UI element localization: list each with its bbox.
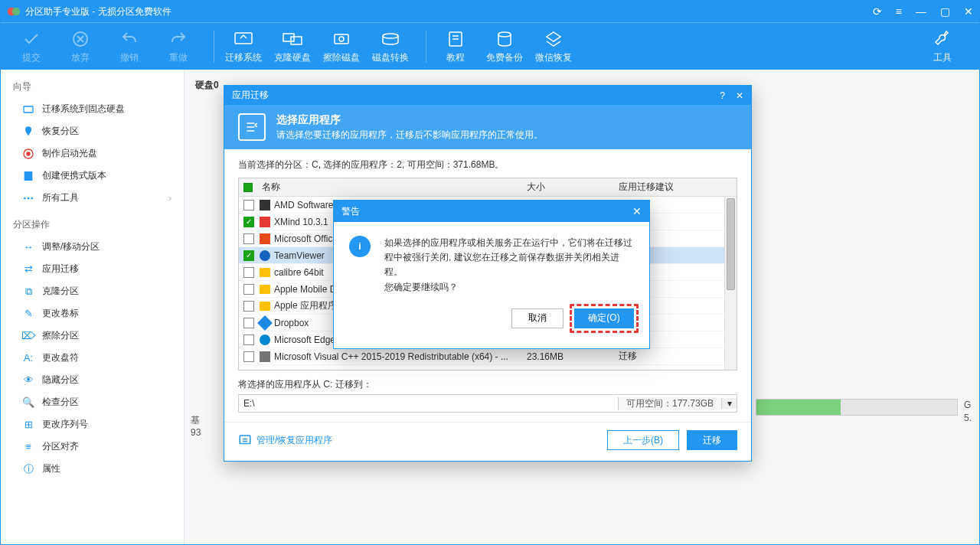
sidebar-ops-item[interactable]: ⇄应用迁移 [1, 258, 184, 280]
app-icon [259, 216, 271, 228]
app-title: 分区助手专业版 - 无损分区免费软件 [25, 5, 172, 18]
sidebar-item-label: 检查分区 [42, 396, 79, 409]
row-checkbox[interactable]: ✓ [243, 250, 254, 261]
warning-dialog: 警告 ✕ i 如果选择的应用程序或相关服务正在运行中，它们将在迁移过程中被强行关… [333, 200, 650, 349]
sidebar-item-label: 分区对齐 [42, 440, 79, 453]
discard-button[interactable]: 放弃 [59, 28, 102, 64]
redo-button[interactable]: 重做 [157, 28, 200, 64]
sidebar-wizard-item[interactable]: 制作启动光盘 [1, 142, 184, 165]
row-checkbox[interactable] [243, 301, 254, 312]
partition-bar-bg [756, 399, 958, 416]
sidebar-wizard-item[interactable]: 创建便携式版本 [1, 165, 184, 187]
sidebar-item-label: 更改卷标 [42, 307, 79, 320]
col-name[interactable]: 名称 [257, 181, 522, 194]
row-recom: 迁移 [619, 350, 737, 363]
free-backup-button[interactable]: 免费备份 [483, 28, 526, 64]
svg-rect-11 [24, 106, 33, 113]
sidebar-wizard-item[interactable]: 恢复分区 [1, 120, 184, 142]
dest-label: 将选择的应用程序从 C: 迁移到： [238, 378, 737, 391]
clone-disk-button[interactable]: 克隆硬盘 [271, 28, 314, 64]
row-size: 23.16MB [527, 351, 619, 362]
app-icon [259, 300, 271, 312]
sidebar-ops-item[interactable]: 👁隐藏分区 [1, 369, 184, 391]
sidebar-ops-item[interactable]: ⊞更改序列号 [1, 413, 184, 436]
minimize-icon[interactable]: — [916, 5, 926, 18]
manage-link[interactable]: 管理/恢复应用程序 [238, 433, 332, 447]
svg-point-13 [27, 152, 30, 155]
migrate-button[interactable]: 迁移 [687, 430, 737, 450]
dialog-banner: 选择应用程序 请选择您要迁移的应用程序，迁移后不影响应用程序的正常使用。 [224, 105, 751, 149]
dest-free: 可用空间：177.73GB [618, 397, 721, 410]
app-icon [259, 266, 271, 279]
sidebar-ops-item[interactable]: ⓘ属性 [1, 458, 184, 480]
menu-icon[interactable]: ≡ [896, 5, 902, 18]
dialog-help-icon[interactable]: ? [720, 90, 725, 101]
sidebar-item-label: 更改序列号 [42, 418, 88, 431]
row-checkbox[interactable]: ✓ [243, 217, 254, 227]
sidebar-item-icon: 👁 [22, 374, 34, 387]
app-icon [259, 199, 271, 211]
row-checkbox[interactable] [243, 351, 254, 362]
dest-select[interactable]: E:\ 可用空间：177.73GB ▾ [238, 394, 737, 413]
sidebar-ops-item[interactable]: ⧉克隆分区 [1, 280, 184, 302]
sidebar-wizard-header: 向导 [1, 76, 184, 98]
close-icon[interactable]: ✕ [964, 5, 973, 18]
refresh-icon[interactable]: ⟳ [873, 5, 882, 18]
svg-point-7 [339, 37, 344, 41]
dialog-close-icon[interactable]: ✕ [736, 90, 743, 101]
submit-button[interactable]: 提交 [10, 28, 53, 64]
svg-rect-5 [291, 37, 302, 44]
sidebar-item-icon [22, 170, 34, 182]
row-checkbox[interactable] [243, 318, 254, 328]
col-check-all[interactable] [239, 183, 257, 192]
sidebar-item-label: 属性 [42, 462, 60, 475]
table-scrollbar[interactable] [724, 197, 737, 370]
sidebar-item-icon: A: [22, 352, 34, 364]
undo-button[interactable]: 撤销 [108, 28, 151, 64]
sidebar-ops-item[interactable]: 🔍检查分区 [1, 391, 184, 413]
titlebar: 分区助手专业版 - 无损分区免费软件 ⟳ ≡ — ▢ ✕ [1, 1, 979, 22]
row-checkbox[interactable] [243, 335, 254, 345]
row-checkbox[interactable] [243, 200, 254, 210]
wechat-recover-button[interactable]: 微信恢复 [532, 28, 575, 64]
sidebar: 向导 迁移系统到固态硬盘恢复分区制作启动光盘创建便携式版本所有工具› 分区操作 … [1, 70, 185, 544]
sidebar-ops-item[interactable]: A:更改盘符 [1, 347, 184, 369]
sidebar-wizard-item[interactable]: 所有工具› [1, 187, 184, 209]
migrate-sys-button[interactable]: 迁移系统 [222, 28, 265, 64]
maximize-icon[interactable]: ▢ [940, 5, 950, 18]
table-row[interactable]: Microsoft Visual C++ 2015-2019 Redistrib… [239, 348, 737, 365]
cancel-button[interactable]: 取消 [511, 308, 564, 328]
ok-button[interactable]: 确定(O) [574, 308, 634, 328]
row-checkbox[interactable] [243, 267, 254, 278]
partition-info-right: G5. [964, 399, 972, 425]
tools-button[interactable]: 工具 [921, 28, 964, 64]
sidebar-ops-item[interactable]: ≡分区对齐 [1, 436, 184, 458]
sidebar-item-icon [22, 103, 34, 116]
prev-button[interactable]: 上一步(B) [607, 430, 679, 450]
svg-point-17 [31, 197, 33, 199]
sidebar-ops-item[interactable]: ✎更改卷标 [1, 302, 184, 325]
dialog-title: 应用迁移 [232, 89, 269, 102]
sidebar-ops-item[interactable]: ↔调整/移动分区 [1, 236, 184, 258]
col-recom[interactable]: 应用迁移建议 [614, 181, 737, 194]
sidebar-item-label: 制作启动光盘 [42, 147, 97, 160]
disk-convert-button[interactable]: 磁盘转换 [369, 28, 412, 64]
sidebar-ops-item[interactable]: ⌦擦除分区 [1, 325, 184, 347]
svg-point-15 [24, 197, 26, 199]
warning-close-icon[interactable]: ✕ [632, 205, 642, 217]
app-icon [259, 317, 271, 329]
sidebar-ops-header: 分区操作 [1, 214, 184, 236]
row-checkbox[interactable] [243, 233, 254, 244]
sidebar-item-icon [22, 148, 34, 160]
sidebar-wizard-item[interactable]: 迁移系统到固态硬盘 [1, 98, 184, 120]
row-checkbox[interactable] [243, 284, 254, 295]
chevron-right-icon: › [168, 193, 172, 204]
svg-point-8 [383, 34, 398, 38]
app-icon [259, 250, 271, 262]
sidebar-item-label: 所有工具 [42, 191, 79, 204]
dest-path: E:\ [239, 398, 618, 409]
chevron-down-icon[interactable]: ▾ [721, 398, 737, 409]
wipe-disk-button[interactable]: 擦除磁盘 [320, 28, 363, 64]
tutorial-button[interactable]: 教程 [434, 28, 477, 64]
col-size[interactable]: 大小 [522, 181, 614, 194]
